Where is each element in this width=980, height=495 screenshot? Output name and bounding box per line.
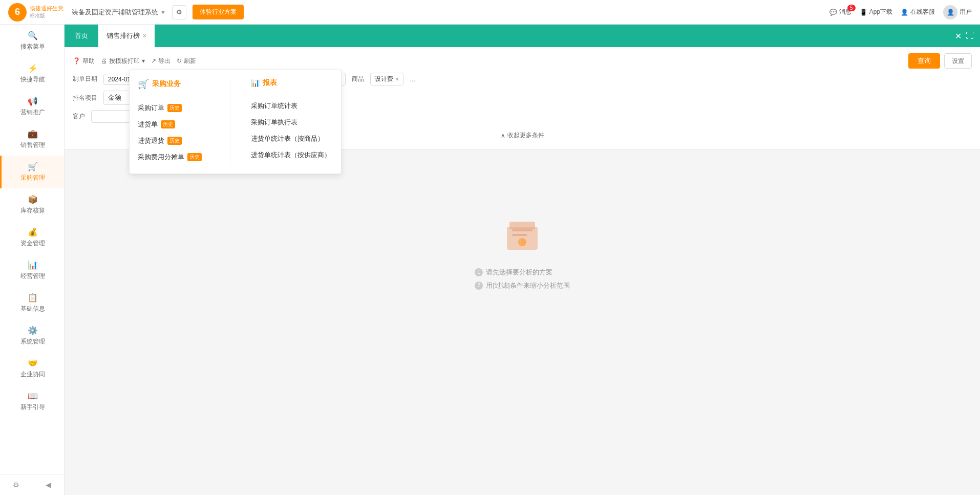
- sidebar-collapse-btn[interactable]: ◀: [46, 481, 51, 489]
- sidebar-label-operations: 经营管理: [20, 272, 45, 281]
- message-icon: 💬: [829, 9, 837, 16]
- sidebar-item-collab[interactable]: 🤝 企业协同: [0, 352, 64, 385]
- message-btn[interactable]: 💬 消息 5: [829, 8, 851, 16]
- export-btn[interactable]: ↗ 导出: [151, 57, 171, 66]
- print-arrow: ▾: [142, 57, 145, 64]
- empty-state: ! 1 请先选择要分析的方案 2 用[过滤]条件来缩小分析范围: [65, 149, 980, 354]
- basicinfo-icon: 📋: [28, 293, 38, 303]
- svg-point-4: [518, 238, 526, 246]
- marketing-icon: 📢: [28, 96, 38, 106]
- sidebar-item-newbie[interactable]: 📖 新手引导: [0, 385, 64, 418]
- service-label: 在线客服: [910, 8, 935, 16]
- main-area: 🔍 搜索菜单 ⚡ 快捷导航 📢 营销推广 💼 销售管理 🛒 采购管理 📦: [0, 25, 980, 495]
- top-right: 💬 消息 5 📱 App下载 👤 在线客服 👤 用户: [829, 5, 972, 19]
- help-btn[interactable]: ❓ 帮助: [73, 57, 95, 66]
- menu-item-purchase-order[interactable]: 采购订单 历史: [138, 100, 209, 116]
- logo-area: 6 畅捷通好生意 标准版: [8, 3, 63, 21]
- purchase-icon: 🛒: [28, 162, 38, 171]
- service-btn[interactable]: 👤 在线客服: [901, 8, 935, 16]
- collapse-arrow: ∧: [501, 132, 505, 139]
- svg-rect-3: [512, 234, 527, 236]
- tab-close-icon[interactable]: ✕: [955, 31, 962, 41]
- sidebar-label-finance: 资金管理: [20, 239, 45, 248]
- app-download-btn[interactable]: 📱 App下载: [860, 8, 892, 16]
- goods-dots[interactable]: ...: [410, 75, 415, 83]
- user-btn[interactable]: 👤 用户: [943, 5, 972, 19]
- query-button[interactable]: 查询: [908, 53, 940, 69]
- goods-tag-close[interactable]: ×: [395, 76, 399, 83]
- print-btn[interactable]: 🖨 按模板打印 ▾: [101, 57, 145, 66]
- system-icon: ⚙️: [28, 326, 38, 335]
- sidebar-settings-btn[interactable]: ⚙: [13, 481, 19, 489]
- empty-tip-1: 1 请先选择要分析的方案: [475, 266, 569, 279]
- svg-rect-2: [512, 229, 532, 231]
- sales-icon: 💼: [28, 129, 38, 139]
- tab-sales-ranking[interactable]: 销售排行榜 ×: [98, 25, 155, 47]
- sidebar-label-purchase: 采购管理: [20, 174, 45, 182]
- menu-item-expense[interactable]: 采购费用分摊单 历史: [138, 149, 209, 165]
- system-dropdown-arrow[interactable]: ▼: [160, 9, 166, 15]
- svg-rect-1: [509, 222, 535, 229]
- logo-icon: 6: [8, 3, 27, 21]
- refresh-btn[interactable]: ↻ 刷新: [177, 57, 196, 66]
- sidebar-bottom: ⚙ ◀: [0, 474, 64, 495]
- newbie-icon: 📖: [28, 391, 38, 401]
- sidebar-item-quicknav[interactable]: ⚡ 快捷导航: [0, 57, 64, 90]
- report-1-label: 采购订单执行表: [251, 118, 297, 127]
- sidebar-item-sales[interactable]: 💼 销售管理: [0, 123, 64, 156]
- sidebar-item-marketing[interactable]: 📢 营销推广: [0, 90, 64, 123]
- report-0-label: 采购订单统计表: [251, 101, 297, 111]
- tab-close-btn[interactable]: ×: [143, 32, 146, 39]
- menu-item-report-0[interactable]: 采购订单统计表: [251, 98, 333, 114]
- dropdown-menu: 🛒 采购业务 采购订单 历史 进货单 历史 进货退货: [129, 70, 342, 174]
- gear-button[interactable]: ⚙: [172, 5, 186, 19]
- sidebar-item-basicinfo[interactable]: 📋 基础信息: [0, 287, 64, 319]
- report-section-label: 报表: [263, 78, 277, 88]
- menu-item-return[interactable]: 进货退货 历史: [138, 133, 209, 149]
- sidebar-item-inventory[interactable]: 📦 库存核算: [0, 188, 64, 221]
- expense-label: 采购费用分摊单: [138, 153, 184, 162]
- menu-item-inbound[interactable]: 进货单 历史: [138, 116, 209, 133]
- menu-item-report-3[interactable]: 进货单统计表（按供应商）: [251, 147, 333, 163]
- sidebar-label-quicknav: 快捷导航: [20, 75, 45, 84]
- export-icon: ↗: [151, 57, 156, 64]
- user-label: 用户: [960, 8, 972, 16]
- goods-tag[interactable]: 设计费 ×: [370, 73, 403, 85]
- industry-button[interactable]: 体验行业方案: [193, 5, 244, 19]
- collapse-button[interactable]: ∧ 收起更多条件: [501, 131, 544, 140]
- sidebar-item-purchase[interactable]: 🛒 采购管理: [0, 156, 64, 188]
- tip-text-2: 用[过滤]条件来缩小分析范围: [486, 279, 569, 292]
- sidebar-label-collab: 企业协同: [20, 370, 45, 379]
- help-icon: ❓: [73, 57, 80, 64]
- logo-sub: 标准版: [30, 12, 63, 19]
- service-icon: 👤: [901, 9, 908, 16]
- menu-item-report-2[interactable]: 进货单统计表（按商品）: [251, 131, 333, 147]
- sidebar-label-sales: 销售管理: [20, 141, 45, 149]
- menu-item-report-1[interactable]: 采购订单执行表: [251, 114, 333, 131]
- sidebar-item-system[interactable]: ⚙️ 系统管理: [0, 319, 64, 352]
- sidebar-item-finance[interactable]: 💰 资金管理: [0, 221, 64, 254]
- operations-icon: 📊: [28, 260, 38, 270]
- svg-text:!: !: [520, 240, 522, 246]
- main-content: ❓ 帮助 🖨 按模板打印 ▾ ↗ 导出 ↻: [65, 47, 980, 495]
- content-area: 首页 销售排行榜 × ✕ ⛶ ❓ 帮助: [65, 25, 980, 495]
- collab-icon: 🤝: [28, 358, 38, 368]
- tab-maximize-icon[interactable]: ⛶: [966, 31, 974, 40]
- user-avatar: 👤: [943, 5, 957, 19]
- setting-button[interactable]: 设置: [944, 53, 972, 69]
- customer-label: 客户: [73, 112, 85, 121]
- sidebar-label-marketing: 营销推广: [20, 108, 45, 117]
- phone-icon: 📱: [860, 9, 867, 16]
- sidebar-item-search[interactable]: 🔍 搜索菜单: [0, 25, 64, 57]
- tab-home[interactable]: 首页: [65, 25, 98, 47]
- tip-num-1: 1: [475, 268, 483, 276]
- top-bar: 6 畅捷通好生意 标准版 装备及固定资产辅助管理系统 ▼ ⚙ 体验行业方案 💬 …: [0, 0, 980, 25]
- purchase-menu-icon: 🛒: [138, 78, 149, 90]
- empty-tip-2: 2 用[过滤]条件来缩小分析范围: [475, 279, 569, 292]
- purchase-menu-section: 🛒 采购业务 采购订单 历史 进货单 历史 进货退货: [138, 78, 209, 165]
- sidebar-label-basicinfo: 基础信息: [20, 305, 45, 313]
- report-menu-section: 📊 报表 采购订单统计表 采购订单执行表 进货单统计表（按商品）: [251, 78, 333, 165]
- sidebar-item-operations[interactable]: 📊 经营管理: [0, 254, 64, 287]
- report-menu-icon: 📊: [251, 79, 260, 87]
- history-badge-2: 历史: [167, 137, 182, 145]
